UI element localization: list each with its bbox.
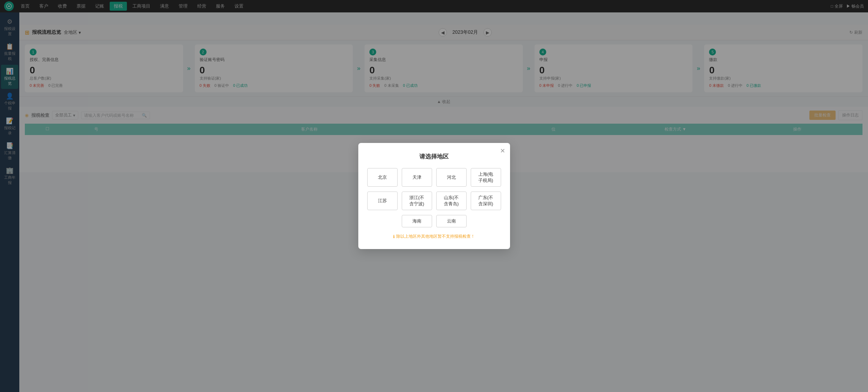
region-grid: 北京 天津 河北 上海(电子税局) 江苏 浙江(不含宁波) 山东(不含青岛) 广… — [371, 168, 498, 172]
region-btn-tianjin[interactable]: 天津 — [402, 168, 432, 172]
modal-overlay[interactable]: ✕ 请选择地区 北京 天津 河北 上海(电子税局) 江苏 浙江(不含宁波) 山东… — [0, 0, 868, 172]
region-btn-hebei[interactable]: 河北 — [436, 168, 467, 172]
modal-title: 请选择地区 — [371, 153, 498, 161]
modal-close-btn[interactable]: ✕ — [500, 147, 505, 155]
region-btn-beijing[interactable]: 北京 — [367, 168, 398, 172]
region-row-1: 北京 天津 河北 上海(电子税局) — [371, 168, 498, 172]
region-select-modal: ✕ 请选择地区 北京 天津 河北 上海(电子税局) 江苏 浙江(不含宁波) 山东… — [358, 143, 510, 172]
region-btn-shanghai[interactable]: 上海(电子税局) — [471, 168, 501, 172]
